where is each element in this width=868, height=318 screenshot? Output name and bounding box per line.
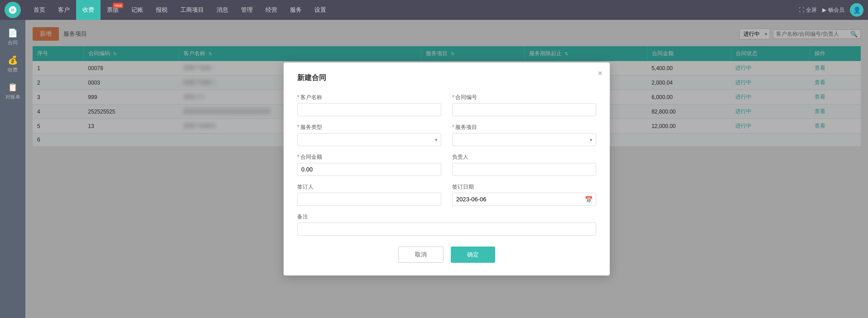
nav-bookkeeping[interactable]: 记账 xyxy=(125,0,149,20)
sign-date-label: 签订日期 xyxy=(452,183,596,191)
notes-label: 备注 xyxy=(297,213,596,221)
amount-label: *合同金额 xyxy=(297,153,441,161)
nav-settings[interactable]: 设置 xyxy=(308,0,333,20)
nav-right: ⛶ 全屏 ▶ 畅会员 👤 xyxy=(799,3,863,17)
nav-billing[interactable]: 收费 xyxy=(76,0,101,20)
field-notes: 备注 xyxy=(297,213,596,236)
service-item-label: *服务项目 xyxy=(452,123,596,131)
nav-items: 首页 客户 收费 票据 new 记账 报税 工商项目 消息 管理 经营 服务 设… xyxy=(27,0,799,20)
nav-operation[interactable]: 经营 xyxy=(259,0,284,20)
notes-input[interactable] xyxy=(297,223,596,236)
statement-icon: 📋 xyxy=(8,82,18,92)
sidebar-item-statement[interactable]: 📋 对账单 xyxy=(0,79,25,104)
avatar-icon: 👤 xyxy=(853,6,861,14)
service-type-select[interactable] xyxy=(297,133,441,146)
app-logo xyxy=(5,2,21,18)
modal-close-button[interactable]: × xyxy=(598,69,603,78)
new-contract-modal: 新建合同 × *客户名称 *合同编号 xyxy=(284,62,610,275)
cancel-button[interactable]: 取消 xyxy=(398,247,444,263)
sidebar-contract-label: 合同 xyxy=(8,39,18,46)
sidebar-billing-label: 收费 xyxy=(8,66,18,73)
new-badge: new xyxy=(113,3,123,8)
nav-manage[interactable]: 管理 xyxy=(235,0,259,20)
signer-input[interactable] xyxy=(297,193,441,206)
signer-label: 签订人 xyxy=(297,183,441,191)
main-content: 新增 服务项目 进行中 已结束 全部 🔍 序 xyxy=(25,20,868,318)
contract-no-input[interactable] xyxy=(452,103,596,116)
modal-overlay: 新建合同 × *客户名称 *合同编号 xyxy=(25,20,868,318)
field-responsible: 负责人 xyxy=(452,153,596,176)
responsible-label: 负责人 xyxy=(452,153,596,161)
customer-name-input[interactable] xyxy=(297,103,441,116)
sign-date-input[interactable] xyxy=(452,193,596,206)
responsible-input[interactable] xyxy=(452,163,596,176)
modal-form: *客户名称 *合同编号 *服务类型 xyxy=(297,94,596,236)
confirm-button[interactable]: 确定 xyxy=(451,247,495,263)
fullscreen-icon: ⛶ xyxy=(799,7,804,13)
vip-button[interactable]: ▶ 畅会员 xyxy=(822,6,844,14)
nav-tax[interactable]: 报税 xyxy=(149,0,174,20)
modal-footer: 取消 确定 xyxy=(297,247,596,263)
service-item-select[interactable] xyxy=(452,133,596,146)
user-avatar[interactable]: 👤 xyxy=(850,3,863,17)
nav-messages[interactable]: 消息 xyxy=(210,0,235,20)
fullscreen-button[interactable]: ⛶ 全屏 xyxy=(799,6,817,14)
sign-date-wrap: 📅 xyxy=(452,193,596,206)
top-nav: 首页 客户 收费 票据 new 记账 报税 工商项目 消息 管理 经营 服务 设… xyxy=(0,0,868,20)
sidebar: 📄 合同 💰 收费 📋 对账单 xyxy=(0,20,25,318)
field-sign-date: 签订日期 📅 xyxy=(452,183,596,206)
amount-input[interactable] xyxy=(297,163,441,176)
contract-icon: 📄 xyxy=(8,28,18,38)
sidebar-item-contract[interactable]: 📄 合同 xyxy=(0,24,25,50)
billing-icon: 💰 xyxy=(8,55,18,65)
field-service-item: *服务项目 xyxy=(452,123,596,146)
nav-invoice[interactable]: 票据 new xyxy=(101,0,125,20)
nav-business[interactable]: 工商项目 xyxy=(174,0,210,20)
sidebar-item-billing[interactable]: 💰 收费 xyxy=(0,52,25,77)
nav-client[interactable]: 客户 xyxy=(52,0,76,20)
nav-home[interactable]: 首页 xyxy=(27,0,52,20)
main-layout: 📄 合同 💰 收费 📋 对账单 新增 服务项目 进行中 已结束 全部 xyxy=(0,20,868,318)
vip-label: 畅会员 xyxy=(828,6,844,14)
customer-name-label: *客户名称 xyxy=(297,94,441,101)
contract-no-label: *合同编号 xyxy=(452,94,596,101)
play-icon: ▶ xyxy=(822,7,826,13)
field-customer-name: *客户名称 xyxy=(297,94,441,116)
service-type-select-wrap xyxy=(297,133,441,146)
field-service-type: *服务类型 xyxy=(297,123,441,146)
field-amount: *合同金额 xyxy=(297,153,441,176)
nav-service[interactable]: 服务 xyxy=(284,0,308,20)
service-type-label: *服务类型 xyxy=(297,123,441,131)
service-item-select-wrap xyxy=(452,133,596,146)
fullscreen-label: 全屏 xyxy=(806,6,817,14)
sidebar-statement-label: 对账单 xyxy=(5,94,20,100)
field-contract-no: *合同编号 xyxy=(452,94,596,116)
field-signer: 签订人 xyxy=(297,183,441,206)
modal-title: 新建合同 xyxy=(297,73,596,83)
